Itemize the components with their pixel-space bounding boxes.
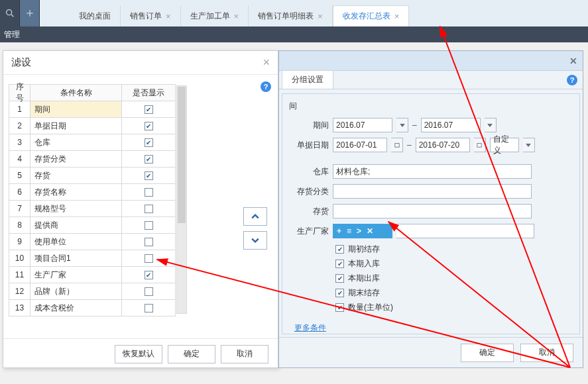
tab-3[interactable]: 销售订单明细表× bbox=[249, 5, 333, 26]
tab-close-icon[interactable]: × bbox=[234, 11, 239, 21]
table-row[interactable]: 6存货名称 bbox=[9, 184, 175, 201]
tab-close-icon[interactable]: × bbox=[166, 11, 171, 21]
check-row: 期初结存 bbox=[289, 242, 573, 256]
table-row[interactable]: 8提供商 bbox=[9, 217, 175, 234]
table-row[interactable]: 2单据日期 bbox=[9, 118, 175, 134]
inv-field[interactable] bbox=[333, 204, 532, 218]
ok-button[interactable]: 确定 bbox=[168, 345, 215, 363]
svg-marker-5 bbox=[488, 124, 492, 126]
scrollbar[interactable] bbox=[176, 85, 187, 314]
table-row[interactable]: 1期间 bbox=[9, 101, 175, 118]
voucher-preset[interactable]: 自定义 bbox=[490, 138, 519, 152]
panel-ok-button[interactable]: 确定 bbox=[461, 344, 514, 362]
checkbox[interactable] bbox=[145, 155, 153, 164]
check-row: 数量(主单位) bbox=[289, 300, 573, 314]
checkbox[interactable] bbox=[335, 303, 344, 312]
tab-1[interactable]: 销售订单× bbox=[121, 5, 181, 26]
list-icon[interactable]: ≡ bbox=[347, 226, 351, 236]
svg-point-0 bbox=[6, 10, 11, 15]
checkbox[interactable] bbox=[335, 245, 344, 254]
svg-rect-7 bbox=[477, 144, 481, 148]
period-label: 期间 bbox=[289, 120, 329, 131]
table-row[interactable]: 3仓库 bbox=[9, 134, 175, 151]
tab-0[interactable]: 我的桌面 bbox=[70, 5, 121, 26]
move-down-button[interactable] bbox=[243, 231, 267, 250]
dropdown-icon[interactable] bbox=[523, 138, 535, 152]
inv-label: 存货 bbox=[289, 206, 329, 217]
checkbox[interactable] bbox=[145, 138, 153, 147]
svg-marker-4 bbox=[400, 124, 404, 126]
move-up-button[interactable] bbox=[243, 207, 267, 226]
check-row: 本期入库 bbox=[289, 256, 573, 271]
checkbox[interactable] bbox=[335, 289, 344, 297]
checkbox[interactable] bbox=[335, 260, 344, 268]
check-row: 期末结存 bbox=[289, 285, 573, 300]
check-row: 本期出库 bbox=[289, 271, 573, 285]
invcat-label: 存货分类 bbox=[289, 186, 329, 197]
period-from[interactable]: 2016.07 bbox=[333, 118, 392, 132]
more-conditions-link[interactable]: 更多条件 bbox=[289, 322, 326, 334]
col-show: 是否显示 bbox=[122, 85, 175, 101]
table-row[interactable]: 13成本含税价 bbox=[9, 300, 175, 316]
svg-line-1 bbox=[11, 15, 13, 17]
table-row[interactable]: 12品牌（新） bbox=[9, 283, 175, 300]
filter-settings-dialog: 滤设 × ? 序号 条件名称 是否显示 1期间2单据日期3仓库4存货分类5存货6… bbox=[3, 50, 278, 368]
svg-rect-6 bbox=[394, 144, 398, 148]
tab-close-icon[interactable]: × bbox=[318, 11, 323, 21]
checkbox[interactable] bbox=[145, 304, 153, 312]
tab-4[interactable]: 收发存汇总表× bbox=[333, 5, 410, 26]
checkbox[interactable] bbox=[145, 188, 153, 197]
invcat-field[interactable] bbox=[333, 184, 532, 199]
tabstrip: 我的桌面销售订单×生产加工单×销售订单明细表×收发存汇总表× bbox=[40, 0, 588, 26]
chevron-right-icon[interactable]: > bbox=[357, 226, 361, 236]
plus-icon[interactable] bbox=[20, 0, 40, 26]
table-row[interactable]: 11生产厂家 bbox=[9, 267, 175, 283]
plus-icon[interactable]: + bbox=[337, 226, 341, 236]
checkbox[interactable] bbox=[145, 238, 153, 246]
table-row[interactable]: 9使用单位 bbox=[9, 234, 175, 250]
table-row[interactable]: 5存货 bbox=[9, 168, 175, 184]
close-icon[interactable]: × bbox=[263, 56, 270, 70]
subbar: 管理 bbox=[0, 26, 588, 42]
manufacturer-field[interactable] bbox=[396, 224, 534, 238]
warehouse-field[interactable]: 材料仓库; bbox=[333, 164, 532, 179]
checkbox[interactable] bbox=[145, 254, 153, 263]
dropdown-icon[interactable] bbox=[396, 118, 408, 132]
checkbox[interactable] bbox=[335, 274, 344, 283]
panel-cancel-button[interactable]: 取消 bbox=[520, 344, 573, 362]
search-icon[interactable] bbox=[0, 0, 20, 26]
table-row[interactable]: 10项目合同1 bbox=[9, 250, 175, 267]
cancel-button[interactable]: 取消 bbox=[221, 345, 268, 363]
panel-close-icon[interactable]: ✕ bbox=[569, 56, 577, 66]
subbar-text: 管理 bbox=[4, 29, 20, 40]
voucher-to[interactable]: 2016-07-20 bbox=[416, 138, 470, 152]
checkbox[interactable] bbox=[145, 221, 153, 230]
checkbox[interactable] bbox=[145, 171, 153, 180]
voucher-from[interactable]: 2016-07-01 bbox=[333, 138, 387, 152]
section-label: 间 bbox=[289, 101, 573, 112]
checkbox[interactable] bbox=[145, 122, 153, 130]
checkbox[interactable] bbox=[145, 271, 153, 279]
tab-close-icon[interactable]: × bbox=[394, 11, 400, 21]
voucher-date-label: 单据日期 bbox=[289, 140, 329, 151]
calendar-icon[interactable] bbox=[474, 138, 486, 152]
col-name: 条件名称 bbox=[30, 85, 122, 101]
checkbox[interactable] bbox=[145, 205, 153, 213]
help-icon[interactable]: ? bbox=[567, 75, 577, 85]
filter-grid: 序号 条件名称 是否显示 1期间2单据日期3仓库4存货分类5存货6存货名称7规格… bbox=[9, 84, 176, 316]
table-row[interactable]: 4存货分类 bbox=[9, 151, 175, 168]
manufacturer-toolbar[interactable]: + ≡ > ✕ bbox=[333, 224, 392, 238]
reset-button[interactable]: 恢复默认 bbox=[115, 345, 162, 363]
close-icon[interactable]: ✕ bbox=[367, 226, 373, 236]
col-seq: 序号 bbox=[9, 85, 30, 101]
group-settings-panel: ✕ 分组设置 ? 间 期间 2016.07 – 2016.07 单据日期 201… bbox=[278, 50, 583, 368]
checkbox[interactable] bbox=[145, 105, 153, 114]
dropdown-icon[interactable] bbox=[485, 118, 497, 132]
calendar-icon[interactable] bbox=[391, 138, 403, 152]
tab-group-settings[interactable]: 分组设置 bbox=[282, 70, 333, 89]
checkbox[interactable] bbox=[145, 287, 153, 296]
help-icon[interactable]: ? bbox=[261, 81, 271, 92]
period-to[interactable]: 2016.07 bbox=[421, 118, 481, 132]
tab-2[interactable]: 生产加工单× bbox=[181, 5, 249, 26]
table-row[interactable]: 7规格型号 bbox=[9, 201, 175, 217]
